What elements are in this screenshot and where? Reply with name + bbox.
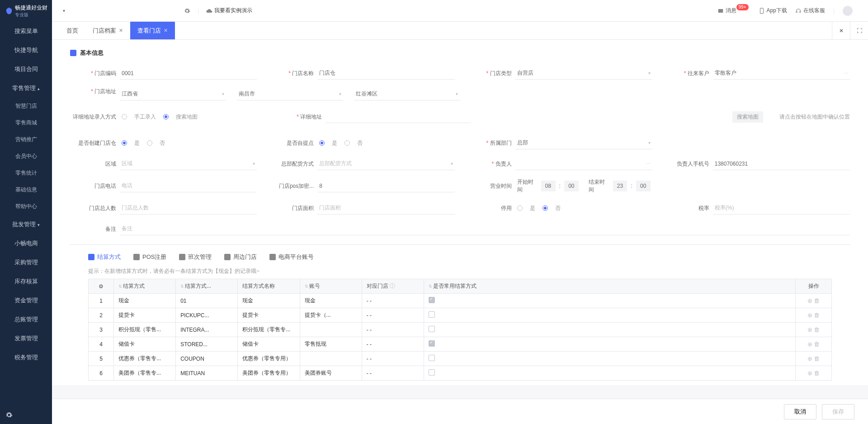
add-icon[interactable]: ⊕ — [807, 326, 812, 333]
store-name-input[interactable]: 门店仓 — [317, 67, 454, 80]
col-account[interactable]: ⇅账号 — [300, 279, 362, 294]
checkbox[interactable] — [429, 311, 435, 318]
radio-pickup-yes[interactable] — [319, 140, 325, 146]
col-settings[interactable]: ⚙ — [89, 279, 114, 294]
tax-input[interactable]: 税率(%) — [713, 202, 850, 214]
add-icon[interactable]: ⊕ — [807, 370, 812, 376]
tab-home[interactable]: 首页 — [59, 22, 85, 39]
table-row[interactable]: 2提货卡PICKUPC...提货卡提货卡（...- -⊕ 🗑 — [89, 308, 832, 323]
nav-retail-stat[interactable]: 零售统计 — [0, 165, 52, 181]
nav-smart-store[interactable]: 智慧门店 — [0, 98, 52, 114]
tab-shift[interactable]: 班次管理 — [179, 253, 212, 261]
radio-disable-no[interactable] — [542, 205, 548, 211]
nav-help[interactable]: 帮助中心 — [0, 198, 52, 215]
cell-common[interactable] — [424, 352, 796, 366]
avatar[interactable] — [843, 6, 853, 16]
close-all-tabs[interactable]: ✕ — [832, 22, 850, 39]
nav-member[interactable]: 会员中心 — [0, 148, 52, 165]
nav-quick[interactable]: 快捷导航 — [0, 41, 52, 60]
messages[interactable]: 消息 99+ — [717, 7, 750, 14]
owner-phone-input[interactable]: 13807060231 — [713, 157, 850, 170]
province-select[interactable]: 江西省▾ — [120, 88, 226, 100]
hq-dist-select[interactable]: 总部配货方式▾ — [317, 157, 454, 170]
save-button[interactable]: 保存 — [822, 404, 854, 419]
gear-icon[interactable] — [184, 8, 190, 14]
checkbox[interactable] — [429, 297, 435, 303]
delete-icon[interactable]: 🗑 — [814, 370, 820, 376]
app-download[interactable]: App下载 — [759, 7, 787, 14]
table-row[interactable]: 3积分抵现（零售...INTEGRA...积分抵现（零售专...- -⊕ 🗑 — [89, 323, 832, 337]
delete-icon[interactable]: 🗑 — [814, 297, 820, 304]
add-icon[interactable]: ⊕ — [807, 355, 812, 362]
add-icon[interactable]: ⊕ — [807, 297, 812, 304]
tab-settlement[interactable]: 结算方式 — [88, 253, 121, 261]
detail-addr-input[interactable] — [326, 110, 471, 123]
nav-search[interactable]: 搜索菜单 — [0, 22, 52, 41]
tab-pos[interactable]: POS注册 — [133, 253, 166, 261]
nav-fund[interactable]: 资金管理 — [0, 291, 52, 310]
remark-input[interactable]: 备注 — [120, 223, 850, 235]
nav-marketing[interactable]: 营销推广 — [0, 131, 52, 148]
org-switcher[interactable]: ▾ — [59, 8, 177, 13]
col-method[interactable]: ⇅结算方式 — [114, 279, 176, 294]
table-row[interactable]: 1现金01现金现金- -⊕ 🗑 — [89, 294, 832, 308]
store-type-select[interactable]: 自营店▾ — [515, 67, 652, 80]
phone-input[interactable]: 电话 — [120, 180, 257, 192]
nav-ecom[interactable]: 小畅电商 — [0, 234, 52, 253]
end-hour[interactable]: 23 — [613, 181, 627, 191]
delete-icon[interactable]: 🗑 — [814, 312, 820, 319]
cell-common[interactable] — [424, 294, 796, 308]
delete-icon[interactable]: 🗑 — [814, 341, 820, 348]
delete-icon[interactable]: 🗑 — [814, 355, 820, 362]
tab-nearby[interactable]: 周边门店 — [224, 253, 257, 261]
nav-invoice[interactable]: 发票管理 — [0, 329, 52, 348]
table-row[interactable]: 6美团券（零售专...MEITUAN美团券（零售专用）美团券账号- -⊕ 🗑 — [89, 366, 832, 381]
area-select[interactable]: 区域▾ — [120, 157, 257, 170]
start-min[interactable]: 00 — [564, 181, 579, 191]
owner-select[interactable]: ⋯ — [515, 157, 652, 170]
end-min[interactable]: 00 — [636, 181, 651, 191]
dept-select[interactable]: 总部▾ — [515, 137, 652, 149]
nav-ledger[interactable]: 总账管理 — [0, 310, 52, 329]
table-row[interactable]: 4储值卡STORED...储值卡零售抵现- -⊕ 🗑 — [89, 337, 832, 352]
delete-icon[interactable]: 🗑 — [814, 326, 820, 333]
tab-store-archive[interactable]: 门店档案✕ — [85, 22, 130, 39]
customer-select[interactable]: 零散客户⋯ — [713, 67, 850, 80]
store-code-input[interactable]: 0001 — [120, 67, 257, 80]
checkbox[interactable] — [429, 369, 435, 376]
radio-map[interactable] — [163, 114, 169, 119]
nav-inventory[interactable]: 库存核算 — [0, 272, 52, 291]
col-method-name[interactable]: 结算方式名称 — [238, 279, 300, 294]
checkbox[interactable] — [429, 355, 435, 361]
staff-input[interactable]: 门店总人数 — [120, 202, 257, 214]
nav-retail-mall[interactable]: 零售商城 — [0, 114, 52, 131]
close-icon[interactable]: ✕ — [119, 28, 123, 33]
cell-common[interactable] — [424, 366, 796, 381]
close-icon[interactable]: ✕ — [164, 28, 168, 33]
add-icon[interactable]: ⊕ — [807, 341, 812, 348]
cell-common[interactable] — [424, 337, 796, 352]
pos-input[interactable]: 8 — [317, 180, 454, 192]
cell-common[interactable] — [424, 323, 796, 337]
nav-retail[interactable]: 零售管理 — [0, 79, 52, 98]
col-method-code[interactable]: ⇅结算方式... — [176, 279, 238, 294]
table-row[interactable]: 5优惠券（零售专...COUPON优惠券（零售专用）- -⊕ 🗑 — [89, 352, 832, 366]
nav-basic[interactable]: 基础信息 — [0, 181, 52, 198]
search-map-button[interactable]: 搜索地图 — [732, 111, 763, 123]
radio-disable-yes[interactable] — [517, 205, 523, 211]
nav-purchase[interactable]: 采购管理 — [0, 253, 52, 272]
demo-link[interactable]: 我要看实例演示 — [206, 7, 252, 14]
area-m-input[interactable]: 门店面积 — [317, 202, 454, 214]
nav-tax[interactable]: 税务管理 — [0, 348, 52, 367]
nav-contract[interactable]: 项目合同 — [0, 60, 52, 79]
checkbox[interactable] — [429, 326, 435, 332]
radio-manual[interactable] — [122, 114, 127, 119]
fullscreen-icon[interactable]: ⛶ — [850, 22, 868, 39]
col-common[interactable]: ⇅是否常用结算方式 — [424, 279, 796, 294]
nav-wholesale[interactable]: 批发管理 — [0, 215, 52, 234]
radio-wh-no[interactable] — [147, 140, 152, 146]
district-select[interactable]: 红谷滩区▾ — [354, 88, 460, 100]
cell-common[interactable] — [424, 308, 796, 323]
sidebar-settings[interactable] — [0, 406, 52, 424]
radio-wh-yes[interactable] — [122, 140, 127, 146]
